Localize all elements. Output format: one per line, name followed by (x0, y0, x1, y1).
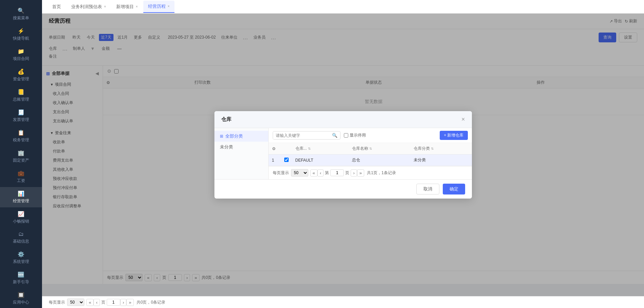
modal-col-name: 仓库名称 ⇅ (349, 143, 410, 155)
modal-toolbar: 🔍 显示停用 + 新增仓库 (269, 128, 472, 143)
sidebar-item-salary[interactable]: 💼 工资 (0, 167, 42, 187)
fixed-icon: 🏢 (18, 150, 24, 156)
warehouse-modal: 仓库 × ⊞ 全部分类 未分类 (214, 111, 472, 199)
tab-home[interactable]: 首页 (47, 1, 66, 13)
bottom-total-info: 共0页，0条记录 (137, 300, 165, 305)
modal-total-info: 共1页，1条记录 (367, 170, 396, 176)
capital-icon: 💰 (18, 68, 24, 75)
sidebar-item-sales[interactable]: 📈 小畅报销 (0, 207, 42, 228)
search-icon: 🔍 (18, 7, 24, 14)
bottom-bar: 每页显示 50 10 20 100 « ‹ 页 › » 共0页，0条记录 (42, 296, 644, 308)
guide-icon: 🆕 (18, 271, 24, 278)
modal-overlay: 仓库 × ⊞ 全部分类 未分类 (42, 14, 644, 296)
modal-row-checkbox[interactable] (281, 155, 292, 166)
modal-footer-bar: 每页显示 50 10 20 100 « ‹ 第 (269, 166, 472, 179)
modal-row-name: 总仓 (349, 155, 410, 166)
modal-col-category: 仓库分类 ⇅ (410, 143, 472, 155)
modal-col-code: 仓库... ⇅ (292, 143, 349, 155)
modal-row-checkbox-input[interactable] (284, 158, 289, 162)
modal-table: ⚙ 仓库... ⇅ 仓库名称 (269, 143, 472, 166)
sidebar-item-search[interactable]: 🔍 搜索菜单 (0, 4, 42, 24)
modal-search-icon[interactable]: 🔍 (329, 131, 340, 139)
sidebar-item-ledger[interactable]: 📒 总账管理 (0, 85, 42, 106)
ledger-icon: 📒 (18, 89, 24, 95)
sales-icon: 📈 (18, 211, 24, 217)
modal-search-input[interactable] (273, 132, 329, 139)
bottom-page-size-select[interactable]: 50 10 20 100 (67, 299, 84, 306)
sidebar-item-capital[interactable]: 💰 资金管理 (0, 65, 42, 85)
modal-actions: 取消 确定 (214, 179, 472, 199)
sidebar-item-project[interactable]: 📁 项目合同 (0, 45, 42, 65)
modal-col-settings: ⚙ (269, 143, 281, 155)
modal-page-suffix: 页 (345, 170, 349, 176)
quick-nav-icon: ⚡ (18, 28, 24, 34)
invoice-icon: 🧾 (18, 109, 24, 116)
modal-row-category: 未分类 (410, 155, 472, 166)
sidebar-item-tax[interactable]: 📋 税务管理 (0, 126, 42, 146)
sidebar: 🔍 搜索菜单 ⚡ 快捷导航 📁 项目合同 💰 资金管理 📒 总账管理 🧾 (0, 0, 42, 308)
modal-table-body: 1 DEFAULT 总仓 未分类 (269, 155, 472, 166)
basic-icon: 🗂 (18, 231, 24, 237)
modal-title: 仓库 (221, 116, 231, 123)
modal-confirm-button[interactable]: 确定 (443, 184, 465, 194)
modal-search-box[interactable]: 🔍 (273, 131, 340, 140)
add-warehouse-button[interactable]: + 新增仓库 (440, 131, 468, 140)
modal-table-container: ⚙ 仓库... ⇅ 仓库名称 (269, 143, 472, 166)
modal-row-index: 1 (269, 155, 281, 166)
modal-left-panel: ⊞ 全部分类 未分类 (214, 128, 269, 179)
modal-header: 仓库 × (214, 111, 472, 128)
sidebar-item-app-center[interactable]: 🔲 应用中心 (0, 288, 42, 308)
modal-page-size-select[interactable]: 50 10 20 100 (291, 169, 308, 177)
sidebar-item-manage[interactable]: 📊 经营管理 (0, 187, 42, 207)
tab-profit-close[interactable]: × (104, 5, 106, 8)
sidebar-item-system[interactable]: ⚙️ 系统管理 (0, 248, 42, 268)
tab-history[interactable]: 经营历程 × (143, 1, 174, 13)
modal-cancel-button[interactable]: 取消 (416, 184, 439, 194)
tab-history-close[interactable]: × (168, 4, 170, 8)
main-content: 首页 业务利润预估表 × 新增项目 × 经营历程 × 经营历程 ↗ (42, 0, 644, 308)
system-icon: ⚙️ (18, 251, 24, 258)
tax-icon: 📋 (18, 129, 24, 136)
bottom-prev-page[interactable]: ‹ (94, 299, 100, 306)
sidebar-item-quick-nav[interactable]: ⚡ 快捷导航 (0, 24, 42, 45)
modal-body: ⊞ 全部分类 未分类 (214, 128, 472, 179)
manage-icon: 📊 (18, 190, 24, 197)
show-disabled-checkbox[interactable]: 显示停用 (344, 132, 366, 138)
modal-page-input[interactable] (330, 169, 344, 176)
modal-page-label: 第 (325, 170, 329, 176)
sidebar-item-basic[interactable]: 🗂 基础信息 (0, 228, 42, 248)
tab-profit[interactable]: 业务利润预估表 × (66, 1, 111, 13)
modal-close-button[interactable]: × (461, 116, 465, 123)
bottom-next-page[interactable]: › (120, 299, 126, 306)
salary-icon: 💼 (18, 170, 24, 177)
tab-new-project-close[interactable]: × (136, 5, 138, 8)
tab-new-project[interactable]: 新增项目 × (111, 1, 143, 13)
app-center-icon: 🔲 (18, 292, 24, 298)
modal-first-page[interactable]: « (310, 169, 317, 177)
modal-row-code: DEFAULT (292, 155, 349, 166)
bottom-last-page[interactable]: » (126, 299, 133, 306)
bottom-page-input[interactable] (107, 299, 120, 306)
sidebar-item-fixed[interactable]: 🏢 固定资产 (0, 146, 42, 167)
modal-table-row[interactable]: 1 DEFAULT 总仓 未分类 (269, 155, 472, 166)
grid-all-icon: ⊞ (220, 134, 223, 139)
modal-last-page[interactable]: » (357, 169, 364, 177)
modal-col-select (281, 143, 292, 155)
bottom-first-page[interactable]: « (86, 299, 94, 306)
sidebar-item-invoice[interactable]: 🧾 发票管理 (0, 106, 42, 126)
modal-table-head: ⚙ 仓库... ⇅ 仓库名称 (269, 143, 472, 155)
page-content: 经营历程 ↗ 导出 ↻ 刷新 单据日期 昨天 (42, 14, 644, 296)
modal-left-all[interactable]: ⊞ 全部分类 (214, 131, 268, 142)
modal-prev-page[interactable]: ‹ (317, 169, 324, 177)
sidebar-item-guide[interactable]: 🆕 新手引导 (0, 268, 42, 288)
modal-left-uncategorized[interactable]: 未分类 (214, 142, 268, 152)
tab-bar: 首页 业务利润预估表 × 新增项目 × 经营历程 × (42, 0, 644, 14)
modal-right-panel: 🔍 显示停用 + 新增仓库 (269, 128, 472, 179)
modal-next-page[interactable]: › (351, 169, 357, 177)
project-icon: 📁 (18, 48, 24, 55)
show-disabled-input[interactable] (344, 133, 348, 138)
